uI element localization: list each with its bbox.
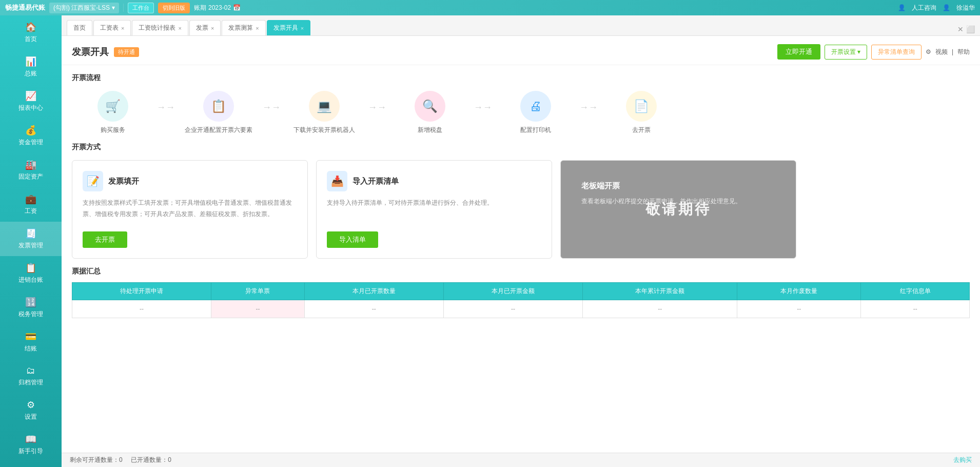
archive-icon: 🗂 <box>26 365 35 376</box>
import-list-button[interactable]: 导入清单 <box>327 231 378 248</box>
import-invoice-icon: 📥 <box>327 171 347 191</box>
summary-table: 待处理开票申请 异常单票 本月已开票数量 本月已开票金额 本年累计开票金额 本月… <box>72 282 970 318</box>
flow-arrow-1: →→ <box>156 102 175 113</box>
tab-close-invoice-calc[interactable]: × <box>256 25 259 31</box>
val-abnormal: -- <box>211 300 305 318</box>
download-icon: 💻 <box>309 91 340 122</box>
page-title-area: 发票开具 待开通 <box>72 46 139 58</box>
sidebar-item-funds[interactable]: 💰 资金管理 <box>0 119 62 153</box>
sidebar-item-label: 税务管理 <box>18 310 43 319</box>
abnormal-query-button[interactable]: 异常清单查询 <box>871 45 922 60</box>
company-name: (勾割) 江西服宝-LSS <box>53 4 110 12</box>
funds-icon: 💰 <box>25 125 36 136</box>
sidebar-item-tax[interactable]: 🔢 税务管理 <box>0 290 62 325</box>
sidebar-item-reports[interactable]: 📈 报表中心 <box>0 84 62 119</box>
tab-invoice-issue-label: 发票开具 <box>273 24 298 32</box>
chevron-down-icon: ▾ <box>112 4 115 11</box>
period-value: 2023-02 <box>208 4 231 11</box>
sidebar-item-fixed-assets[interactable]: 🏭 固定资产 <box>0 153 62 187</box>
flow-step-configure-label: 企业开通配置开票六要素 <box>185 126 252 134</box>
page-content: 发票开具 待开通 立即开通 开票设置 ▾ 异常清单查询 ⚙ 视频 | 帮助 <box>62 36 980 453</box>
top-bar-right: 👤 人工咨询 👤 徐溢华 <box>898 4 975 12</box>
tab-invoice-calc[interactable]: 发票测算 × <box>222 20 265 35</box>
tab-home[interactable]: 首页 <box>67 20 92 35</box>
invoice-icon: 🧾 <box>25 228 36 239</box>
flow-steps: 🛒 购买服务 →→ 📋 企业开通配置开票六要素 →→ 💻 下载并安装开票机器人 … <box>72 91 970 134</box>
open-now-button[interactable]: 立即开通 <box>777 44 820 60</box>
tab-payroll-label: 工资表 <box>100 24 119 32</box>
tab-close-payroll-report[interactable]: × <box>178 25 181 31</box>
tab-invoice[interactable]: 发票 × <box>189 20 221 35</box>
col-month-count: 本月已开票数量 <box>304 283 443 300</box>
bottom-bar-info: 剩余可开通数量：0 已开通数量：0 <box>70 456 171 464</box>
video-help-link[interactable]: 视频 <box>935 48 948 56</box>
help-link[interactable]: 帮助 <box>957 48 970 56</box>
sidebar-item-guide[interactable]: 📖 新手引导 <box>0 427 62 462</box>
tab-home-label: 首页 <box>73 24 86 32</box>
user-name[interactable]: 徐溢华 <box>956 4 975 12</box>
sidebar-item-archive[interactable]: 🗂 归档管理 <box>0 359 62 393</box>
calendar-icon[interactable]: 📅 <box>233 4 241 11</box>
sidebar-item-member[interactable]: 👑 畅会员 <box>0 462 62 467</box>
tab-close-payroll[interactable]: × <box>121 25 124 31</box>
tab-payroll[interactable]: 工资表 × <box>93 20 131 35</box>
flow-step-buy-label: 购买服务 <box>101 126 125 134</box>
val-month-amount: -- <box>443 300 582 318</box>
col-red-letter: 红字信息单 <box>861 283 970 300</box>
manual-invoice-title: 发票填开 <box>108 177 139 186</box>
flow-step-printer: 🖨 配置打印机 <box>495 91 577 134</box>
workstation-button[interactable]: 工作台 <box>128 3 154 13</box>
issue-icon: 📄 <box>626 91 657 122</box>
sidebar-item-home[interactable]: 🏠 首页 <box>0 15 62 50</box>
main-layout: 🏠 首页 📊 总账 📈 报表中心 💰 资金管理 🏭 固定资产 💼 工资 🧾 发票… <box>0 15 980 467</box>
company-selector[interactable]: (勾割) 江西服宝-LSS ▾ <box>49 3 119 13</box>
sidebar-item-checkout[interactable]: 💳 结账 <box>0 325 62 359</box>
sidebar-item-purchase-sales[interactable]: 📋 进销台账 <box>0 256 62 290</box>
flow-arrow-3: →→ <box>368 102 386 113</box>
tab-close-invoice[interactable]: × <box>211 25 214 31</box>
tax-icon: 🔢 <box>25 297 36 308</box>
val-red-letter: -- <box>861 300 970 318</box>
restore-icon[interactable]: ⬜ <box>966 25 975 33</box>
sidebar-item-ledger[interactable]: 📊 总账 <box>0 50 62 84</box>
open-settings-button[interactable]: 开票设置 ▾ <box>825 45 867 60</box>
chevron-down-icon: ▾ <box>857 48 860 55</box>
flow-arrow-4: →→ <box>474 102 492 113</box>
sidebar-item-settings[interactable]: ⚙ 设置 <box>0 393 62 427</box>
sidebar-item-payroll[interactable]: 💼 工资 <box>0 187 62 222</box>
import-invoice-card: 📥 导入开票清单 支持导入待开票清单，可对待开票清单进行拆分、合并处理。 导入清… <box>316 160 552 259</box>
manual-invoice-icon: 📝 <box>83 171 103 191</box>
go-issue-button[interactable]: 去开票 <box>83 231 127 248</box>
tab-payroll-report[interactable]: 工资统计报表 × <box>132 20 188 35</box>
open-settings-label: 开票设置 <box>831 48 856 56</box>
tab-payroll-report-label: 工资统计报表 <box>139 24 175 32</box>
service-label[interactable]: 人工咨询 <box>912 4 936 12</box>
tab-close-invoice-issue[interactable]: × <box>301 25 304 31</box>
home-icon: 🏠 <box>25 22 36 33</box>
old-card-title: 老板端开票 <box>581 181 775 191</box>
sidebar-item-label: 工资 <box>25 207 37 216</box>
switch-old-button[interactable]: 切到旧版 <box>158 3 190 13</box>
buy-link[interactable]: 去购买 <box>953 456 972 464</box>
ticket-flow-section: 开票流程 🛒 购买服务 →→ 📋 企业开通配置开票六要素 →→ 💻 下载并安 <box>62 65 980 143</box>
page-title: 发票开具 <box>72 46 109 58</box>
val-void-count: -- <box>737 300 861 318</box>
taxdisk-icon: 🔍 <box>415 91 445 122</box>
import-card-header: 📥 导入开票清单 <box>327 171 541 191</box>
tab-bar-actions: ✕ ⬜ <box>957 25 975 35</box>
summary-row: -- -- -- -- -- -- -- <box>72 300 970 318</box>
flow-step-download: 💻 下载并安装开票机器人 <box>283 91 365 134</box>
tab-invoice-issue[interactable]: 发票开具 × <box>267 20 310 35</box>
close-tab-icon[interactable]: ✕ <box>957 25 964 33</box>
opened-count: 已开通数量：0 <box>131 456 171 463</box>
flow-step-printer-label: 配置打印机 <box>520 126 551 134</box>
sidebar-item-invoice[interactable]: 🧾 发票管理 <box>0 222 62 256</box>
manual-invoice-card: 📝 发票填开 支持按照发票样式手工填开发票；可开具增值税电子普通发票、增值税普通… <box>72 160 308 259</box>
service-icon: 👤 <box>898 4 906 11</box>
flow-step-buy: 🛒 购买服务 <box>72 91 154 134</box>
methods-section-title: 开票方式 <box>72 143 970 152</box>
settings-icon: ⚙ <box>27 399 35 411</box>
bottom-bar: 剩余可开通数量：0 已开通数量：0 去购买 <box>62 453 980 467</box>
configure-icon: 📋 <box>203 91 234 122</box>
purchase-sales-icon: 📋 <box>25 262 36 274</box>
